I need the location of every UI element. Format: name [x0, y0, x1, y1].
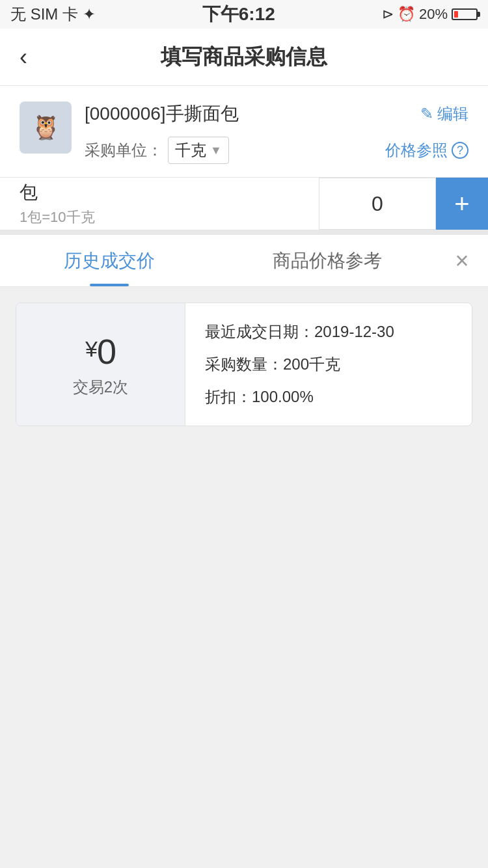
edit-icon: ✎	[420, 105, 433, 123]
product-owl-icon: 🦉	[31, 114, 61, 141]
qty-sub-label: 1包=10千克	[20, 208, 95, 227]
main-content: 历史成交价 商品价格参考 × ¥0 交易2次 最近成交日期：2019-12-30…	[0, 235, 488, 690]
price-date-row: 最近成交日期：2019-12-30	[205, 320, 452, 344]
date-label: 最近成交日期：	[205, 323, 314, 340]
status-right: ⊳ ⏰ 20%	[382, 6, 478, 23]
tab-product-price-label: 商品价格参考	[273, 249, 382, 273]
tab-bar: 历史成交价 商品价格参考 ×	[0, 235, 488, 287]
page-header: ‹ 填写商品采购信息	[0, 29, 488, 86]
price-summary: ¥0 交易2次	[16, 303, 185, 426]
edit-label: 编辑	[437, 103, 468, 124]
tab-underline	[90, 284, 129, 286]
price-ref-label: 价格参照	[385, 140, 448, 161]
unit-label: 采购单位：	[85, 140, 163, 161]
qty-plus-button[interactable]: +	[436, 178, 488, 230]
qty-label-area: 包 1包=10千克	[20, 180, 95, 227]
unit-dropdown-icon: ▼	[210, 144, 222, 157]
tab-history-price[interactable]: 历史成交价	[0, 235, 218, 286]
product-image: 🦉	[20, 102, 72, 154]
status-left: 无 SIM 卡 ✦	[10, 4, 96, 25]
status-time: 下午6:12	[202, 2, 275, 27]
location-icon: ⊳	[382, 6, 394, 23]
date-value: 2019-12-30	[314, 323, 394, 340]
discount-value: 100.00%	[252, 388, 314, 405]
qty-main-label: 包	[20, 180, 95, 205]
trades-count: 交易2次	[73, 377, 128, 398]
quantity-input[interactable]	[319, 178, 436, 230]
qty-detail-value: 200千克	[283, 355, 340, 373]
price-amount-display: ¥0	[85, 331, 116, 372]
price-card: ¥0 交易2次 最近成交日期：2019-12-30 采购数量：200千克 折扣：…	[16, 303, 472, 426]
price-discount-row: 折扣：100.00%	[205, 385, 452, 409]
discount-label: 折扣：	[205, 388, 252, 405]
status-bar: 无 SIM 卡 ✦ 下午6:12 ⊳ ⏰ 20%	[0, 0, 488, 29]
price-reference-button[interactable]: 价格参照 ?	[385, 140, 468, 161]
unit-select[interactable]: 千克 ▼	[168, 137, 229, 164]
battery-indicator	[452, 8, 478, 20]
page-title: 填写商品采购信息	[161, 43, 327, 72]
price-ref-info-icon: ?	[452, 142, 468, 159]
edit-button[interactable]: ✎ 编辑	[420, 103, 468, 124]
battery-pct: 20%	[419, 6, 448, 23]
product-name: [0000006]手撕面包	[85, 102, 239, 126]
quantity-section: 包 1包=10千克 +	[0, 178, 488, 235]
alarm-icon: ⏰	[398, 6, 415, 23]
qty-input-area: +	[319, 178, 488, 230]
back-button[interactable]: ‹	[20, 37, 34, 77]
currency-symbol: ¥	[85, 336, 97, 362]
product-card: 🦉 [0000006]手撕面包 ✎ 编辑 采购单位： 千克 ▼	[0, 86, 488, 178]
price-qty-row: 采购数量：200千克	[205, 353, 452, 376]
product-info: [0000006]手撕面包 ✎ 编辑 采购单位： 千克 ▼ 价格参照 ?	[85, 102, 468, 164]
no-sim-text: 无 SIM 卡 ✦	[10, 4, 96, 25]
price-value: 0	[97, 332, 116, 371]
tab-close-button[interactable]: ×	[436, 235, 488, 286]
unit-value: 千克	[175, 140, 206, 161]
qty-detail-label: 采购数量：	[205, 355, 283, 373]
tab-product-price-ref[interactable]: 商品价格参考	[218, 235, 436, 286]
tab-history-label: 历史成交价	[64, 249, 155, 273]
price-details: 最近成交日期：2019-12-30 采购数量：200千克 折扣：100.00%	[185, 303, 472, 426]
